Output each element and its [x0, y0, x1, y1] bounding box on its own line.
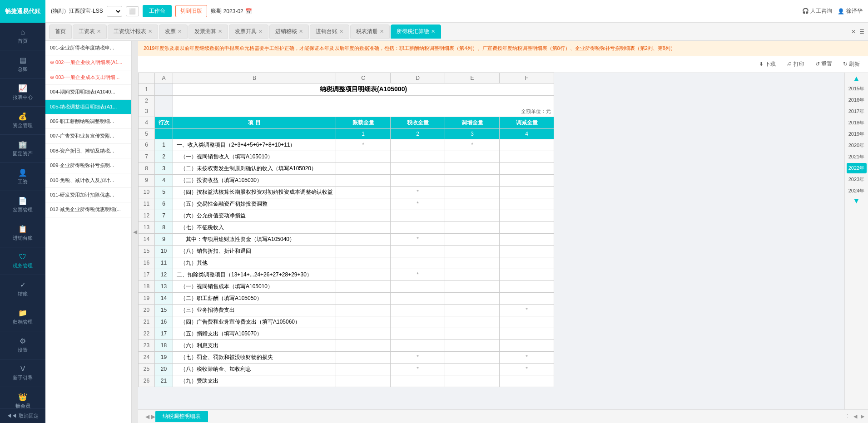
- tab-salary-close[interactable]: ✕: [97, 29, 101, 34]
- tab-income-tax[interactable]: 所得税汇算缴 ✕: [391, 25, 441, 39]
- year-2024[interactable]: 2024年: [847, 186, 867, 196]
- reports-icon: 📈: [18, 84, 27, 93]
- list-item-001[interactable]: 001-企业所得税年度纳税申...: [45, 41, 131, 55]
- bottom-tab-tax-adjust[interactable]: 纳税调整明细表: [155, 411, 208, 422]
- table-row: 16 11 （九）其他: [139, 257, 554, 269]
- tab-home[interactable]: 首页: [49, 25, 72, 39]
- tab-sales-check-close[interactable]: ✕: [299, 29, 303, 34]
- year-2022[interactable]: 2022年: [847, 163, 867, 173]
- company-name: (物副）江西股宝-LSS: [51, 7, 103, 15]
- tab-salary[interactable]: 工资表 ✕: [73, 25, 107, 39]
- sidebar-unpin-button[interactable]: ◀◀ 取消固定: [0, 408, 45, 423]
- sidebar-item-member[interactable]: 👑 畅会员: [0, 387, 45, 408]
- workbench-button[interactable]: 工作台: [143, 5, 172, 17]
- year-down-arrow[interactable]: ▼: [853, 197, 860, 205]
- ledger-icon: ▤: [20, 56, 26, 64]
- refresh-button[interactable]: ↻ 刷新: [840, 59, 863, 69]
- year-up-arrow[interactable]: ▲: [853, 74, 860, 83]
- tab-sales-check[interactable]: 进销稽核 ✕: [269, 25, 309, 39]
- year-2017[interactable]: 2017年: [847, 106, 867, 117]
- tab-income-tax-close[interactable]: ✕: [431, 29, 435, 34]
- tab-salary-stats[interactable]: 工资统计报表 ✕: [108, 25, 158, 39]
- tab-invoice-label: 发票: [165, 28, 176, 35]
- sidebar-label-salary: 工资: [18, 178, 28, 185]
- list-item-012[interactable]: 012-减免企业所得税优惠明细(...: [45, 202, 131, 217]
- year-2019[interactable]: 2019年: [847, 129, 867, 139]
- tab-invoice-calc-close[interactable]: ✕: [218, 29, 222, 34]
- list-item-010[interactable]: 010-免税、减计收入及加计...: [45, 173, 131, 188]
- tab-invoice-open[interactable]: 发票开具 ✕: [229, 25, 268, 39]
- list-item-009[interactable]: 009-企业所得税弥补亏损明...: [45, 158, 131, 173]
- tab-menu-button[interactable]: ☰: [859, 29, 864, 35]
- list-item-004[interactable]: 004-期间费用明细表(A1040...: [45, 85, 131, 99]
- sidebar-item-settings[interactable]: ⚙ 设置: [0, 331, 45, 359]
- sidebar-item-archive[interactable]: 📁 归档管理: [0, 303, 45, 331]
- sidebar-item-tax[interactable]: 🛡 税务管理: [0, 247, 45, 275]
- sheet-title: 纳税调整项目明细表(A105000): [173, 83, 554, 95]
- list-item-008[interactable]: 008-资产折旧、摊销及纳税...: [45, 144, 131, 158]
- tab-tax-forms-close[interactable]: ✕: [380, 29, 384, 34]
- user-menu[interactable]: 👤 徐泽华: [838, 7, 863, 15]
- tab-invoice-open-close[interactable]: ✕: [258, 29, 263, 34]
- spreadsheet-main[interactable]: A B C D E F 1: [138, 73, 844, 410]
- app-logo: 畅捷通易代账: [0, 0, 45, 23]
- old-version-button[interactable]: 切到旧版: [175, 5, 207, 17]
- print-button[interactable]: 🖨 打印: [784, 59, 807, 69]
- list-item-011[interactable]: 011-研发费用加计扣除优惠...: [45, 188, 131, 202]
- table-row: 22 17 （五）捐赠支出（填写A105070）: [139, 328, 554, 339]
- sidebar-item-finance[interactable]: 💰 资金管理: [0, 107, 45, 135]
- col-num-2: 2: [391, 128, 445, 139]
- year-2018[interactable]: 2018年: [847, 118, 867, 128]
- list-item-005[interactable]: 005-纳税调整项目明细表(A1...: [45, 100, 131, 114]
- sidebar-item-home[interactable]: ⌂ 首页: [0, 23, 45, 50]
- tab-salary-stats-close[interactable]: ✕: [148, 29, 152, 34]
- sidebar-item-assets[interactable]: 🏢 固定资产: [0, 135, 45, 163]
- horizontal-scroll-right[interactable]: ▶: [861, 413, 864, 419]
- col-d-header: D: [391, 73, 445, 83]
- scroll-indicator[interactable]: ⋮: [845, 413, 850, 419]
- tab-tax-forms[interactable]: 税表清册 ✕: [350, 25, 390, 39]
- close-all-button[interactable]: ✕: [851, 29, 856, 35]
- member-icon: 👑: [18, 393, 27, 401]
- sidebar-item-invoice[interactable]: 📄 发票管理: [0, 191, 45, 219]
- left-panel-toggle[interactable]: ◀: [132, 41, 138, 423]
- list-item-007[interactable]: 007-广告费和业务宣传费附...: [45, 129, 131, 143]
- copy-button[interactable]: ⬜: [126, 6, 139, 16]
- bottom-nav-left[interactable]: ◀ ▶: [145, 413, 155, 420]
- download-icon: ⬇: [759, 61, 764, 67]
- unit-row: 3 全额单位：元: [139, 106, 554, 117]
- user-avatar-icon: 👤: [838, 8, 844, 15]
- sidebar-item-close[interactable]: ✓ 结账: [0, 275, 45, 303]
- list-item-002[interactable]: ⊗ 002-一般企业收入明细表(A1...: [45, 55, 131, 70]
- year-2021[interactable]: 2021年: [847, 152, 867, 162]
- horizontal-scroll-left[interactable]: ◀: [853, 413, 857, 419]
- tab-invoice[interactable]: 发票 ✕: [159, 25, 188, 39]
- tab-salary-label: 工资表: [79, 28, 95, 35]
- calendar-icon[interactable]: 📅: [245, 8, 252, 15]
- tab-sales-ledger[interactable]: 进销台账 ✕: [310, 25, 349, 39]
- download-button[interactable]: ⬇ 下载: [756, 59, 779, 69]
- list-item-006[interactable]: 006-职工薪酬纳税调整明细...: [45, 114, 131, 129]
- table-row: 11 6 （五）交易性金融资产初始投资调整 *: [139, 198, 554, 210]
- sidebar-item-sales[interactable]: 📋 进销台账: [0, 219, 45, 247]
- customer-service-button[interactable]: 🎧 人工咨询: [802, 7, 832, 15]
- sidebar-item-guide[interactable]: V 新手引导: [0, 359, 45, 387]
- sidebar-item-ledger[interactable]: ▤ 总账: [0, 50, 45, 79]
- tab-sales-ledger-close[interactable]: ✕: [339, 29, 343, 34]
- title-row-2: 2: [139, 95, 554, 106]
- year-2023[interactable]: 2023年: [847, 174, 867, 185]
- tab-invoice-close[interactable]: ✕: [178, 29, 182, 34]
- reset-button[interactable]: ↺ 重置: [813, 59, 835, 69]
- year-2015[interactable]: 2015年: [847, 84, 867, 94]
- year-2016[interactable]: 2016年: [847, 95, 867, 105]
- close-period-icon: ✓: [20, 280, 26, 289]
- sidebar-item-salary[interactable]: 👤 工资: [0, 163, 45, 191]
- company-selector[interactable]: [107, 6, 122, 17]
- unit-label: 全额单位：元: [173, 106, 554, 117]
- list-item-003[interactable]: ⊗ 003-一般企业成本支出明细...: [45, 70, 131, 85]
- home-icon: ⌂: [20, 28, 25, 36]
- tab-invoice-calc[interactable]: 发票测算 ✕: [188, 25, 228, 39]
- col-f-header-label: 调减全量: [500, 117, 554, 128]
- sidebar-item-reports[interactable]: 📈 报表中心: [0, 79, 45, 107]
- year-2020[interactable]: 2020年: [847, 140, 867, 151]
